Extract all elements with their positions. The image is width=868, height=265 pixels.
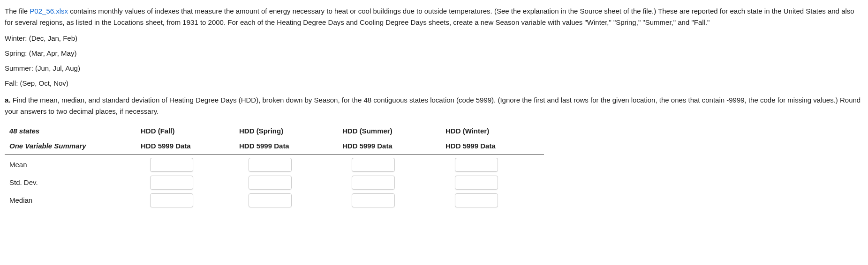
header-hdd-winter: HDD (Winter): [441, 124, 544, 139]
input-stddev-spring[interactable]: [249, 176, 292, 190]
header-hdd-summer: HDD (Summer): [338, 124, 441, 139]
intro-paragraph: The file P02_56.xlsx contains monthly va…: [5, 6, 863, 28]
season-winter: Winter: (Dec, Jan, Feb): [5, 33, 863, 44]
label-median: Median: [5, 191, 136, 208]
subheader-fall: HDD 5999 Data: [136, 139, 234, 155]
subheader-winter: HDD 5999 Data: [441, 139, 544, 155]
intro-text-part1: The file: [5, 7, 30, 15]
question-a: a. Find the mean, median, and standard d…: [5, 95, 863, 117]
subheader-summer: HDD 5999 Data: [338, 139, 441, 155]
intro-text-part2: contains monthly values of indexes that …: [5, 7, 854, 26]
header-48-states: 48 states: [5, 124, 136, 139]
row-median: Median: [5, 191, 544, 208]
table-subheader-row: One Variable Summary HDD 5999 Data HDD 5…: [5, 139, 544, 155]
input-mean-summer[interactable]: [352, 158, 395, 172]
input-stddev-summer[interactable]: [352, 176, 395, 190]
input-mean-spring[interactable]: [249, 158, 292, 172]
subheader-one-variable-summary: One Variable Summary: [5, 139, 136, 155]
seasons-list: Winter: (Dec, Jan, Feb) Spring: (Mar, Ap…: [5, 33, 863, 89]
header-hdd-fall: HDD (Fall): [136, 124, 234, 139]
input-median-spring[interactable]: [249, 193, 292, 207]
input-mean-winter[interactable]: [455, 158, 498, 172]
season-spring: Spring: (Mar, Apr, May): [5, 48, 863, 59]
input-mean-fall[interactable]: [150, 158, 193, 172]
season-fall: Fall: (Sep, Oct, Nov): [5, 78, 863, 89]
summary-table: 48 states HDD (Fall) HDD (Spring) HDD (S…: [5, 124, 544, 208]
label-stddev: Std. Dev.: [5, 173, 136, 191]
label-mean: Mean: [5, 155, 136, 173]
season-summer: Summer: (Jun, Jul, Aug): [5, 63, 863, 74]
input-stddev-fall[interactable]: [150, 176, 193, 190]
table-header-row: 48 states HDD (Fall) HDD (Spring) HDD (S…: [5, 124, 544, 139]
row-mean: Mean: [5, 155, 544, 173]
row-stddev: Std. Dev.: [5, 173, 544, 191]
input-median-fall[interactable]: [150, 193, 193, 207]
input-median-summer[interactable]: [352, 193, 395, 207]
question-label: a.: [5, 96, 11, 104]
input-stddev-winter[interactable]: [455, 176, 498, 190]
input-median-winter[interactable]: [455, 193, 498, 207]
header-hdd-spring: HDD (Spring): [234, 124, 338, 139]
question-text: Find the mean, median, and standard devi…: [5, 96, 860, 115]
file-link[interactable]: P02_56.xlsx: [30, 7, 68, 15]
subheader-spring: HDD 5999 Data: [234, 139, 338, 155]
